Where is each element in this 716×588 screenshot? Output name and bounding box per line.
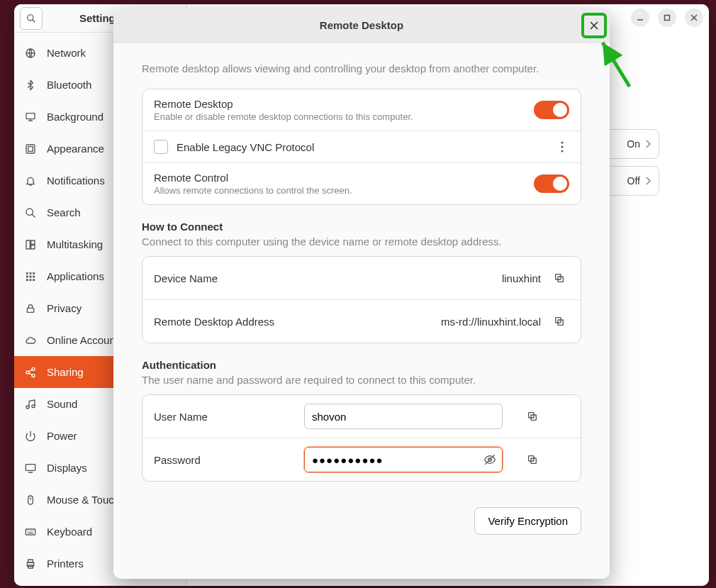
- copy-icon: [554, 272, 565, 284]
- remote-control-row: Remote Control Allows remote connections…: [142, 163, 581, 204]
- verify-row: Verify Encryption: [142, 497, 581, 535]
- svg-point-21: [33, 279, 35, 280]
- share-icon: [24, 367, 37, 378]
- copy-address-button[interactable]: [549, 311, 569, 331]
- svg-point-19: [26, 279, 28, 280]
- keyboard-icon: [24, 526, 37, 538]
- svg-rect-11: [31, 240, 35, 244]
- dialog-description: Remote desktop allows viewing and contro…: [142, 61, 581, 76]
- dialog-header: Remote Desktop: [113, 9, 610, 43]
- connect-sub: Connect to this computer using the devic…: [142, 235, 581, 248]
- svg-point-16: [26, 276, 28, 277]
- svg-rect-6: [26, 145, 35, 153]
- lock-icon: [24, 303, 37, 314]
- sidebar-search-button[interactable]: [20, 7, 43, 30]
- sidebar-item-label: Sharing: [47, 366, 84, 378]
- multitask-icon: [24, 239, 37, 250]
- svg-point-13: [26, 272, 28, 274]
- window-controls: [631, 9, 703, 27]
- legacy-vnc-menu-button[interactable]: [555, 141, 569, 152]
- desktop-icon: [24, 111, 37, 123]
- remote-control-toggle[interactable]: [534, 174, 569, 193]
- connect-heading: How to Connect: [142, 221, 581, 233]
- chevron-right-icon: [646, 140, 651, 148]
- legacy-vnc-row: Enable Legacy VNC Protocol: [142, 131, 581, 163]
- close-icon: [590, 21, 598, 30]
- printer-icon: [24, 558, 37, 570]
- svg-point-15: [33, 272, 35, 274]
- svg-line-9: [32, 214, 35, 217]
- svg-point-0: [28, 14, 33, 20]
- username-label: User Name: [154, 411, 296, 423]
- svg-point-29: [32, 404, 35, 407]
- auth-heading: Authentication: [142, 359, 581, 371]
- svg-rect-12: [31, 245, 35, 248]
- music-icon: [24, 399, 37, 410]
- chevron-right-icon: [646, 177, 651, 185]
- svg-point-28: [26, 406, 29, 409]
- grid-icon: [24, 271, 37, 282]
- svg-point-14: [30, 272, 31, 274]
- legacy-vnc-checkbox[interactable]: [154, 140, 168, 154]
- remote-desktop-toggle[interactable]: [534, 101, 569, 119]
- cloud-icon: [24, 335, 37, 346]
- password-row: Password: [142, 438, 581, 481]
- sharing-row-1-value: On: [627, 138, 640, 150]
- window-maximize-button[interactable]: [658, 9, 676, 27]
- password-input[interactable]: [304, 447, 503, 472]
- svg-rect-10: [26, 240, 30, 249]
- bell-icon: [24, 175, 37, 187]
- sidebar-item-label: Background: [47, 111, 104, 123]
- display-icon: [24, 462, 37, 474]
- dialog-body: Remote desktop allows viewing and contro…: [113, 43, 610, 579]
- svg-rect-44: [665, 16, 670, 21]
- search-icon: [24, 207, 37, 218]
- copy-icon: [554, 316, 565, 327]
- search-icon: [26, 13, 36, 23]
- svg-line-1: [33, 19, 35, 22]
- svg-point-50: [561, 142, 564, 144]
- power-icon: [24, 431, 37, 442]
- copy-username-button[interactable]: [522, 406, 542, 426]
- sidebar-item-label: Search: [47, 206, 81, 218]
- maximize-icon: [664, 14, 671, 21]
- bluetooth-icon: [24, 79, 37, 91]
- sidebar-item-label: Sound: [47, 398, 77, 410]
- copy-device-name-button[interactable]: [549, 268, 569, 288]
- sidebar-item-label: Online Accounts: [47, 334, 123, 346]
- mouse-icon: [24, 494, 37, 506]
- svg-rect-30: [26, 464, 35, 470]
- dialog-close-button[interactable]: [584, 16, 604, 35]
- sidebar-item-label: Appearance: [47, 143, 104, 155]
- device-name-row: Device Name linuxhint: [142, 257, 581, 300]
- svg-line-27: [29, 373, 33, 375]
- remote-control-subtitle: Allows remote connections to control the…: [154, 185, 534, 196]
- remote-options-card: Remote Desktop Enable or disable remote …: [142, 89, 581, 205]
- device-name-label: Device Name: [154, 272, 296, 284]
- close-icon: [690, 14, 698, 21]
- svg-point-20: [30, 279, 31, 280]
- sidebar-item-label: Keyboard: [47, 526, 92, 538]
- username-row: User Name: [142, 395, 581, 438]
- svg-rect-7: [28, 146, 33, 151]
- password-visibility-button[interactable]: [481, 451, 498, 468]
- window-minimize-button[interactable]: [631, 9, 649, 27]
- remote-desktop-dialog: Remote Desktop Remote desktop allows vie…: [113, 9, 610, 579]
- appearance-icon: [24, 143, 37, 155]
- svg-line-26: [29, 370, 33, 372]
- remote-desktop-subtitle: Enable or disable remote desktop connect…: [154, 111, 534, 122]
- address-label: Remote Desktop Address: [154, 316, 296, 328]
- svg-rect-22: [27, 308, 33, 312]
- address-row: Remote Desktop Address ms-rd://linuxhint…: [142, 300, 581, 343]
- dialog-title: Remote Desktop: [320, 19, 403, 31]
- kebab-icon: [561, 141, 564, 152]
- verify-encryption-button[interactable]: Verify Encryption: [474, 507, 581, 535]
- legacy-vnc-label: Enable Legacy VNC Protocol: [177, 141, 555, 153]
- remote-desktop-title: Remote Desktop: [154, 98, 534, 110]
- copy-password-button[interactable]: [522, 450, 542, 470]
- svg-rect-3: [26, 113, 35, 118]
- username-input[interactable]: [304, 404, 503, 429]
- auth-card: User Name Password: [142, 394, 581, 482]
- window-close-button[interactable]: [685, 9, 703, 27]
- sidebar-item-label: Privacy: [47, 302, 82, 314]
